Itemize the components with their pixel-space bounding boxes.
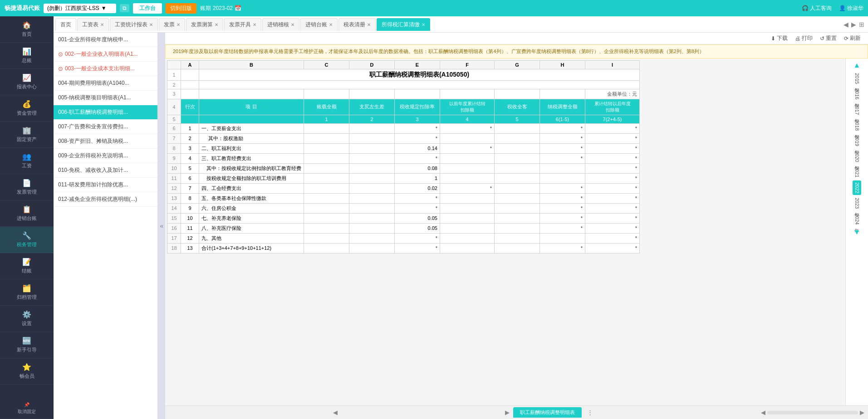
sidebar-item-closing[interactable]: 📝 结账 [0, 253, 54, 279]
tab-home[interactable]: 首页 [55, 18, 76, 31]
year-2022[interactable]: 2022年 [853, 180, 861, 195]
reset-button[interactable]: ↺ 重置 [820, 34, 837, 42]
sidebar-item-reports[interactable]: 📈 报表中心 [0, 69, 54, 95]
form-item-007[interactable]: 007-广告费和业务宣传费扣... [54, 120, 157, 134]
year-2024[interactable]: 2024年 [853, 212, 861, 226]
col-e-header: E [395, 60, 440, 69]
tab-close-payroll[interactable]: ✕ [100, 22, 104, 27]
year-2017[interactable]: 2017年 [853, 102, 861, 117]
form-item-004[interactable]: 004-期间费用明细表(A1040... [54, 76, 157, 91]
tab-tax-book[interactable]: 税表清册 ✕ [338, 18, 376, 31]
sidebar-item-assets[interactable]: 🏢 固定资产 [0, 122, 54, 148]
tab-sales-check[interactable]: 进销稽核 ✕ [262, 18, 299, 31]
sidebar-item-settings[interactable]: ⚙️ 设置 [0, 306, 54, 332]
year-2018[interactable]: 2018年 [853, 118, 861, 132]
sidebar-item-tax[interactable]: 🔧 税务管理 [0, 227, 54, 253]
year-scroll-up[interactable]: ▲ [853, 60, 862, 70]
tab-close-payroll-stats[interactable]: ✕ [149, 22, 153, 27]
row-num-3: 3 [167, 89, 181, 99]
form-item-001[interactable]: 001-企业所得税年度纳税申... [54, 33, 157, 47]
spreadsheet-area: ⬇ 下载 🖨 打印 ↺ 重置 ⟳ 刷新 [165, 33, 868, 419]
tab-bar-actions: ◀ ▶ ⊞ [843, 21, 866, 28]
table-row: 12 7 四、工会经费支出 0.02 * * [167, 183, 640, 193]
tab-payroll[interactable]: 工资表 ✕ [77, 18, 109, 31]
form-item-005[interactable]: 005-纳税调整项目明细表(A1... [54, 91, 157, 105]
year-scroll-down[interactable]: ▼ [853, 227, 862, 237]
scroll-left-btn[interactable]: ◀ [761, 409, 765, 416]
tab-scroll-right[interactable]: ▶ [851, 21, 856, 28]
tab-invoice[interactable]: 发票 ✕ [159, 18, 185, 31]
form-item-003[interactable]: ⊙ 003-一般企业成本支出明细... [54, 62, 157, 76]
sheet-tab-main[interactable]: 职工薪酬纳税调整明细表 [513, 407, 582, 418]
year-2021[interactable]: 2021年 [853, 165, 861, 179]
tab-invoice-calc[interactable]: 发票测算 ✕ [186, 18, 223, 31]
tab-close-sales-check[interactable]: ✕ [291, 22, 294, 27]
sidebar: 🏠 首页 📊 总账 📈 报表中心 💰 资金管理 🏢 固定资产 👥 工资 📄 发票… [0, 16, 54, 419]
year-2020[interactable]: 2020年 [853, 149, 861, 164]
sidebar-item-newguide[interactable]: 🆕 新手引导 [0, 332, 54, 358]
refresh-button[interactable]: ⟳ 刷新 [844, 34, 861, 42]
year-2015[interactable]: 2015年 [853, 71, 861, 86]
sidebar-item-sales-ledger[interactable]: 📋 进销台账 [0, 200, 54, 227]
sidebar-item-ledger[interactable]: 📊 总账 [0, 43, 54, 69]
sidebar-item-vip[interactable]: ⭐ 畅会员 [0, 358, 54, 385]
service-button[interactable]: 🎧 人工客询 [802, 5, 832, 12]
sidebar-cancel-label: 取消固定 [18, 409, 36, 415]
print-button[interactable]: 🖨 打印 [795, 34, 813, 42]
download-button[interactable]: ⬇ 下载 [771, 34, 788, 42]
form-item-010[interactable]: 010-免税、减收收入及加计... [54, 163, 157, 178]
year-2019[interactable]: 2019年 [853, 133, 861, 148]
sidebar-cancel-pin[interactable]: 📌 取消固定 [0, 399, 54, 419]
row-num-4: 4 [167, 99, 181, 115]
horizontal-scrollbar[interactable] [767, 411, 858, 414]
sidebar-item-invoice[interactable]: 📄 发票管理 [0, 174, 54, 200]
tab-invoice-issue[interactable]: 发票开具 ✕ [224, 18, 261, 31]
tab-close-invoice-calc[interactable]: ✕ [215, 22, 218, 27]
warning-text: 2019年度涉及取以前年度结转数据的申报表单元格需要手工维护正确，才能保证本年及… [173, 49, 704, 54]
tab-sales-ledger[interactable]: 进销台账 ✕ [300, 18, 338, 31]
sidebar-label-newguide: 新手引导 [17, 346, 37, 353]
company-selector[interactable]: (勿删）江西朕宝-LSS ▼ [44, 4, 116, 13]
tab-menu[interactable]: ⊞ [859, 21, 864, 28]
home-icon: 🏠 [22, 21, 31, 29]
form-item-008[interactable]: 008-资产折旧、摊销及纳税... [54, 134, 157, 149]
tab-scroll-left[interactable]: ◀ [843, 21, 848, 28]
switch-old-button[interactable]: 切到旧版 [166, 3, 196, 14]
sheet-options-icon[interactable]: ⋮ [587, 409, 593, 416]
panel-toggle[interactable]: « [158, 33, 165, 419]
sidebar-item-home[interactable]: 🏠 首页 [0, 16, 54, 43]
calendar-icon[interactable]: 📅 [235, 5, 241, 11]
tab-income-tax[interactable]: 所得税汇算清缴 ✕ [377, 18, 430, 31]
form-item-011[interactable]: 011-研发费用加计扣除优惠... [54, 178, 157, 192]
form-item-002[interactable]: ⊙ 002-一般企业收入明细表(A1... [54, 47, 157, 62]
year-2016[interactable]: 2016年 [853, 87, 861, 101]
year-2023[interactable]: 2023年 [853, 196, 861, 210]
copy-icon-button[interactable]: ⧉ [120, 4, 129, 12]
tab-close-income-tax[interactable]: ✕ [422, 22, 425, 27]
sheet-nav-left[interactable]: ◀ [333, 409, 338, 416]
form-item-006[interactable]: 006-职工薪酬纳税调整明细... [54, 105, 157, 120]
tab-label-tax-book: 税表清册 [343, 21, 365, 29]
workbench-button[interactable]: 工作台 [133, 3, 162, 14]
col-d-header: D [349, 60, 395, 69]
scroll-right-btn[interactable]: ▶ [860, 409, 864, 416]
sheet-nav-right[interactable]: ▶ [505, 409, 510, 416]
tab-bar: 首页 工资表 ✕ 工资统计报表 ✕ 发票 ✕ 发票测算 ✕ 发票开具 ✕ [54, 16, 868, 33]
table-row: 11 6 按税收规定全额扣除的职工培训费用 1 [167, 173, 640, 183]
tab-close-invoice[interactable]: ✕ [177, 22, 180, 27]
sub-content: 001-企业所得税年度纳税申... ⊙ 002-一般企业收入明细表(A1... … [54, 33, 868, 419]
form-item-012[interactable]: 012-减免企业所得税优惠明细(...) [54, 192, 157, 207]
tab-close-tax-book[interactable]: ✕ [367, 22, 371, 27]
tab-close-sales-ledger[interactable]: ✕ [329, 22, 333, 27]
sidebar-item-payroll[interactable]: 👥 工资 [0, 148, 54, 174]
sidebar-label-tax: 税务管理 [17, 241, 37, 248]
tab-payroll-stats[interactable]: 工资统计报表 ✕ [110, 18, 158, 31]
table-row: 17 12 九、其他 * * [167, 233, 640, 243]
sidebar-item-finance[interactable]: 💰 资金管理 [0, 95, 54, 122]
sidebar-item-archive[interactable]: 🗂️ 归档管理 [0, 279, 54, 306]
tab-close-invoice-issue[interactable]: ✕ [253, 22, 256, 27]
sheet-scroll[interactable]: A B C D E F G H I [165, 58, 845, 406]
tab-label-payroll: 工资表 [82, 21, 98, 29]
user-profile[interactable]: 👤 徐淑华 [839, 5, 863, 12]
form-item-009[interactable]: 009-企业所得税补充说明填... [54, 149, 157, 163]
